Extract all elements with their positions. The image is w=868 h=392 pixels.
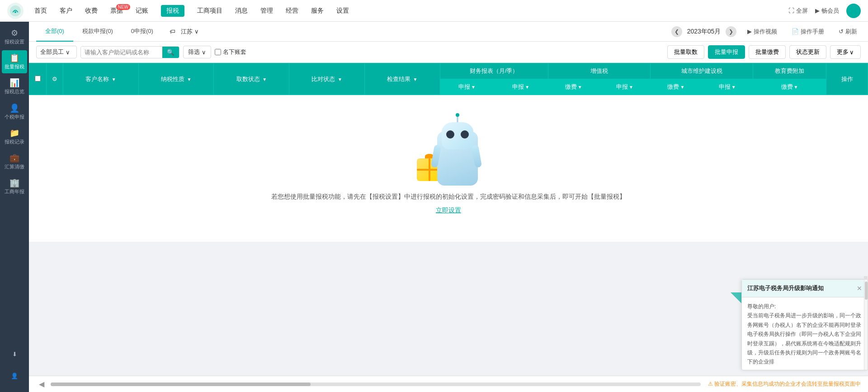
horizontal-scrollbar[interactable] — [51, 382, 701, 386]
th-city-pay: 缴费▼ — [651, 79, 702, 95]
table-header: ⚙ 客户名称 ▼ 纳税性质 ▼ 取数状态 ▼ — [29, 63, 868, 95]
period-next-btn[interactable]: ❯ — [726, 26, 736, 37]
batch-pay-button[interactable]: 批量缴费 — [749, 45, 786, 59]
employee-select[interactable]: 全部员工 ∨ — [36, 46, 77, 58]
account-checkbox[interactable] — [215, 49, 221, 55]
search-input[interactable] — [81, 47, 162, 57]
avatar[interactable] — [846, 4, 861, 18]
th-edu-declare: 申报▼ — [702, 79, 753, 95]
refresh-btn[interactable]: ↺ 刷新 — [835, 26, 861, 38]
nav-billing[interactable]: 收费 — [85, 5, 98, 17]
batch-fetch-button[interactable]: 批量取数 — [667, 45, 704, 59]
sidebar-account-btn[interactable]: 👤 — [5, 367, 24, 385]
filter-fin-declare-icon[interactable]: ▼ — [471, 85, 476, 90]
filter-button[interactable]: 筛选 ∨ — [183, 46, 211, 58]
table-header-row-1: ⚙ 客户名称 ▼ 纳税性质 ▼ 取数状态 ▼ — [29, 63, 868, 79]
th-vat-pay: 缴费▼ — [548, 79, 599, 95]
tab-tax-declare[interactable]: 税款申报(0) — [73, 22, 122, 42]
sidebar-item-annual-report[interactable]: 🏢 工商年报 — [2, 175, 27, 198]
filter-tax-nature-icon[interactable]: ▼ — [187, 77, 191, 82]
account-checkbox-label[interactable]: 名下账套 — [215, 48, 246, 56]
th-edu-pay: 缴费▼ — [753, 79, 826, 95]
setup-link[interactable]: 立即设置 — [436, 206, 461, 215]
more-button[interactable]: 更多 ∨ — [830, 45, 861, 59]
nav-tax[interactable]: 报税 — [161, 5, 184, 17]
more-chevron-icon: ∨ — [849, 49, 854, 56]
nav-manage[interactable]: 管理 — [260, 5, 273, 17]
sidebar-label-annual-report: 工商年报 — [5, 189, 24, 195]
sidebar-item-personal-tax[interactable]: 👤 个税申报 — [2, 100, 27, 124]
filter-fetch-status-icon[interactable]: ▼ — [262, 77, 267, 82]
fullscreen-icon: ⛶ — [788, 7, 794, 14]
filter-label: 筛选 — [188, 48, 200, 56]
notification-close-btn[interactable]: ✕ — [857, 285, 862, 292]
filter-city-pay-icon[interactable]: ▼ — [680, 85, 684, 90]
filter-edu-declare-icon[interactable]: ▼ — [731, 85, 736, 90]
notification-resize-handle[interactable] — [864, 276, 868, 280]
scroll-left-btn[interactable]: ◀ — [36, 379, 47, 389]
scrollbar-thumb — [51, 382, 311, 386]
member-btn[interactable]: ▶ 畅会员 — [815, 7, 839, 15]
robot-head — [442, 122, 473, 149]
select-all-checkbox[interactable] — [35, 76, 41, 81]
notification-scrollbar-track — [864, 280, 868, 370]
filter-chevron-icon: ∨ — [202, 49, 206, 56]
sidebar-item-tax-settings[interactable]: ⚙ 报税设置 — [2, 25, 27, 48]
logo[interactable] — [7, 3, 24, 19]
notification-greeting: 尊敬的用户: — [747, 302, 862, 311]
sidebar-item-tax-records[interactable]: 📁 报税记录 — [2, 125, 27, 148]
period-prev-btn[interactable]: ❮ — [671, 26, 682, 37]
sidebar-bottom: ⬇ 👤 — [5, 345, 24, 385]
status-update-button[interactable]: 状态更新 — [789, 45, 826, 59]
th-vat: 增值税 — [548, 63, 651, 79]
filter-check-result-icon[interactable]: ▼ — [413, 77, 418, 82]
nav-home[interactable]: 首页 — [34, 5, 47, 17]
operation-video-btn[interactable]: ▶ 操作视频 — [744, 26, 781, 38]
nav-operation[interactable]: 经营 — [286, 5, 298, 17]
svg-point-0 — [10, 5, 21, 16]
nav-business[interactable]: 工商项目 — [197, 5, 222, 17]
fullscreen-btn[interactable]: ⛶ 全屏 — [788, 7, 808, 15]
region-select[interactable]: 江苏 ∨ — [177, 26, 203, 38]
operation-video-label: 操作视频 — [754, 28, 777, 36]
filter-customer-icon[interactable]: ▼ — [112, 77, 116, 82]
tab-zero-declare[interactable]: 0申报(0) — [122, 22, 162, 42]
sub-navigation: 全部(0) 税款申报(0) 0申报(0) 🏷 江苏 ∨ ❮ 2023年05月 ❯… — [29, 22, 868, 42]
nav-customer[interactable]: 客户 — [60, 5, 72, 17]
filter-city-declare-icon[interactable]: ▼ — [629, 85, 633, 90]
sidebar-download-btn[interactable]: ⬇ — [5, 345, 24, 363]
sidebar-item-batch-tax[interactable]: 📋 批量报税 — [2, 50, 27, 73]
nav-message[interactable]: 消息 — [235, 5, 248, 17]
notification-content: 受当前电子税务局进一步升级的影响，同一个政务网账号（办税人）名下的企业不能再同时… — [747, 311, 862, 366]
filter-edu-pay-icon[interactable]: ▼ — [794, 85, 798, 90]
period-navigation: ❮ 2023年05月 ❯ — [671, 26, 736, 37]
batch-declare-button[interactable]: 批量申报 — [708, 45, 745, 59]
sidebar-label-tax-overview: 报税总览 — [5, 89, 24, 95]
main-layout: ⚙ 报税设置 📋 批量报税 📊 报税总览 👤 个税申报 📁 报税记录 💼 汇算清… — [0, 22, 868, 392]
nav-settings[interactable]: 设置 — [336, 5, 349, 17]
filter-vat-pay-icon[interactable]: ▼ — [578, 85, 582, 90]
nav-service[interactable]: 服务 — [311, 5, 324, 17]
sidebar-label-tax-records: 报税记录 — [5, 139, 24, 145]
nav-bookkeeping[interactable]: 记账 — [136, 5, 148, 17]
table-body: 若您想使用批量报税功能，请先在【报税设置】中进行报税的初始化设置，完成密码验证和… — [29, 95, 868, 242]
sidebar-label-batch-tax: 批量报税 — [5, 64, 24, 70]
svg-point-1 — [14, 11, 16, 13]
sidebar-item-tax-overview[interactable]: 📊 报税总览 — [2, 75, 27, 98]
th-customer-name: 客户名称 ▼ — [63, 63, 139, 95]
tab-all[interactable]: 全部(0) — [36, 22, 73, 42]
account-checkbox-text: 名下账套 — [223, 48, 246, 56]
th-tax-nature: 纳税性质 ▼ — [138, 63, 214, 95]
filter-vat-declare-icon[interactable]: ▼ — [525, 85, 529, 90]
top-navigation: 首页 客户 收费 票据 NEW 记账 报税 工商项目 消息 管理 经营 服务 设… — [0, 0, 868, 22]
sidebar-item-settlement[interactable]: 💼 汇算清缴 — [2, 150, 27, 173]
member-label: 畅会员 — [821, 7, 839, 15]
operation-manual-btn[interactable]: 📄 操作手册 — [788, 26, 828, 38]
sidebar-label-settlement: 汇算清缴 — [5, 164, 24, 170]
member-icon: ▶ — [815, 7, 820, 14]
search-button[interactable]: 🔍 — [162, 47, 179, 58]
filter-compare-status-icon[interactable]: ▼ — [338, 77, 342, 82]
notification-popup: 江苏电子税务局升级影响通知 ✕ 尊敬的用户: 受当前电子税务局进一步升级的影响，… — [741, 279, 868, 370]
warning-text: ⚠ 验证账密、采集信息均成功的企业才会流转至批量报税页面中 — [708, 380, 861, 388]
settings-icon[interactable]: ⚙ — [52, 76, 57, 82]
